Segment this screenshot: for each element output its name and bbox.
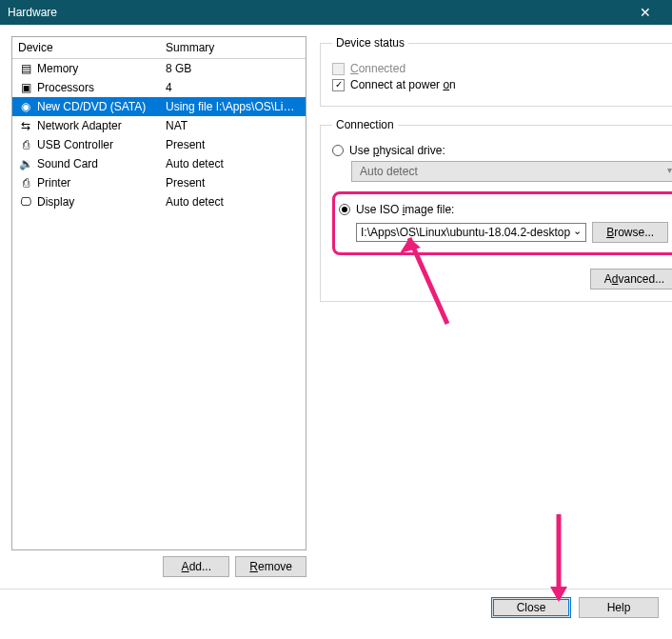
use-physical-radio[interactable]: [332, 145, 344, 156]
poweron-label: Connect at power on: [350, 78, 456, 91]
device-row-5[interactable]: 🔉Sound CardAuto detect: [12, 154, 306, 173]
window-title: Hardware: [8, 6, 626, 19]
dialog-footer: Close Help: [0, 589, 672, 626]
close-button[interactable]: Close: [491, 597, 571, 618]
poweron-checkbox[interactable]: [332, 79, 345, 91]
device-summary: NAT: [166, 119, 300, 132]
iso-highlight: Use ISO image file: I:\Apps\OS\Linux\ubu…: [332, 191, 672, 255]
connection-group: Connection Use physical drive: Auto dete…: [320, 118, 672, 302]
connected-label: Connected: [350, 62, 405, 75]
advanced-button[interactable]: Advanced...: [590, 269, 672, 290]
device-status-group: Device status Connected Connect at power…: [320, 36, 672, 107]
device-row-6[interactable]: ⎙PrinterPresent: [12, 173, 306, 192]
device-summary: 8 GB: [166, 62, 300, 75]
cpu-icon: ▣: [18, 80, 33, 95]
device-panel: Device Summary ▤Memory8 GB▣Processors4◉N…: [11, 36, 306, 550]
device-buttons: Add... Remove: [11, 550, 306, 577]
connection-legend: Connection: [332, 118, 398, 131]
use-iso-label: Use ISO image file:: [356, 203, 454, 216]
device-row-7[interactable]: 🖵DisplayAuto detect: [12, 192, 306, 211]
disc-icon: ◉: [18, 99, 33, 114]
titlebar: Hardware ✕: [0, 0, 672, 25]
device-summary: 4: [166, 81, 300, 94]
connected-checkbox-row: Connected: [332, 62, 672, 75]
settings-panel: Device status Connected Connect at power…: [314, 36, 672, 577]
device-row-4[interactable]: ⎙USB ControllerPresent: [12, 135, 306, 154]
col-header-device: Device: [18, 41, 166, 54]
device-summary: Auto detect: [166, 195, 300, 209]
device-name: Sound Card: [37, 157, 166, 170]
usb-icon: ⎙: [18, 137, 33, 152]
remove-button[interactable]: Remove: [235, 556, 306, 577]
device-status-legend: Device status: [332, 36, 408, 50]
device-list[interactable]: Device Summary ▤Memory8 GB▣Processors4◉N…: [12, 37, 306, 549]
device-list-header: Device Summary: [12, 37, 306, 59]
display-icon: 🖵: [18, 194, 33, 210]
iso-path-combo[interactable]: I:\Apps\OS\Linux\ubuntu-18.04.2-desktop: [356, 223, 586, 242]
close-icon[interactable]: ✕: [626, 5, 664, 20]
nic-icon: ⇆: [18, 118, 33, 133]
device-name: Processors: [37, 81, 166, 94]
device-summary: Present: [166, 138, 300, 151]
device-row-0[interactable]: ▤Memory8 GB: [12, 59, 306, 78]
help-button[interactable]: Help: [579, 597, 659, 618]
poweron-checkbox-row[interactable]: Connect at power on: [332, 78, 672, 91]
device-name: New CD/DVD (SATA): [37, 100, 166, 113]
sound-icon: 🔉: [18, 156, 33, 171]
connected-checkbox: [332, 63, 345, 75]
device-summary: Using file I:\Apps\OS\Linux\...: [166, 100, 300, 113]
add-button[interactable]: Add...: [163, 556, 229, 577]
device-name: Printer: [37, 176, 166, 190]
printer-icon: ⎙: [18, 175, 33, 190]
use-physical-label: Use physical drive:: [349, 144, 445, 157]
memory-icon: ▤: [18, 61, 33, 76]
device-name: Memory: [37, 62, 166, 75]
col-header-summary: Summary: [166, 41, 300, 54]
use-physical-row[interactable]: Use physical drive:: [332, 144, 672, 157]
browse-button[interactable]: Browse...: [592, 222, 668, 243]
content: Device Summary ▤Memory8 GB▣Processors4◉N…: [0, 25, 672, 589]
use-iso-radio[interactable]: [339, 204, 350, 215]
device-name: USB Controller: [37, 138, 166, 151]
device-name: Display: [37, 195, 166, 209]
device-row-2[interactable]: ◉New CD/DVD (SATA)Using file I:\Apps\OS\…: [12, 97, 306, 116]
device-name: Network Adapter: [37, 119, 166, 132]
device-summary: Present: [166, 176, 300, 190]
device-summary: Auto detect: [166, 157, 300, 170]
device-row-3[interactable]: ⇆Network AdapterNAT: [12, 116, 306, 135]
device-row-1[interactable]: ▣Processors4: [12, 78, 306, 97]
physical-drive-select: Auto detect: [351, 161, 672, 182]
use-iso-row[interactable]: Use ISO image file:: [339, 203, 668, 216]
